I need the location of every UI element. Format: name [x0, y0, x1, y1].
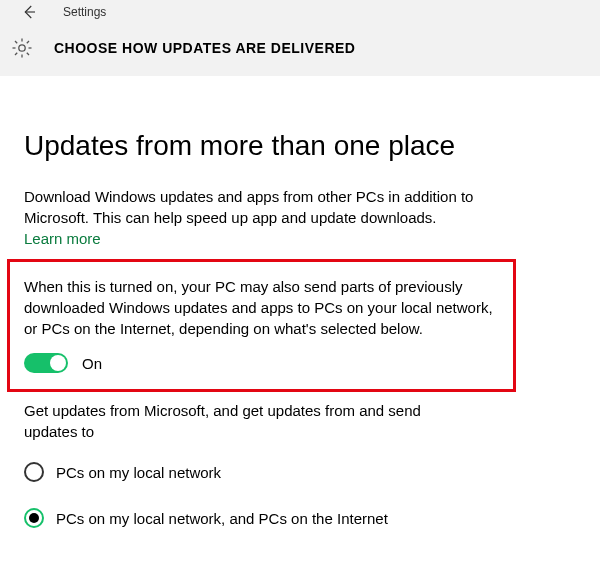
header-bar: Settings CHOOSE HOW UPDATES ARE DELIVERE… [0, 0, 600, 76]
radio-option-internet[interactable]: PCs on my local network, and PCs on the … [24, 508, 576, 528]
page-header-title: CHOOSE HOW UPDATES ARE DELIVERED [54, 40, 355, 56]
sub-description: Get updates from Microsoft, and get upda… [24, 400, 464, 442]
svg-line-6 [15, 41, 17, 43]
svg-line-9 [27, 41, 29, 43]
page-description: Download Windows updates and apps from o… [24, 186, 494, 228]
app-label: Settings [63, 5, 106, 19]
toggle-knob [50, 355, 66, 371]
toggle-row: On [24, 353, 499, 373]
updates-toggle[interactable] [24, 353, 68, 373]
page-title: Updates from more than one place [24, 130, 576, 162]
radio-label: PCs on my local network [56, 464, 221, 481]
content-area: Updates from more than one place Downloa… [0, 76, 600, 566]
highlight-box: When this is turned on, your PC may also… [7, 259, 516, 392]
svg-line-8 [15, 53, 17, 55]
learn-more-link[interactable]: Learn more [24, 230, 101, 247]
radio-label: PCs on my local network, and PCs on the … [56, 510, 388, 527]
header-main-row: CHOOSE HOW UPDATES ARE DELIVERED [0, 24, 600, 76]
header-top-row: Settings [0, 0, 600, 24]
toggle-label: On [82, 355, 102, 372]
radio-icon [24, 462, 44, 482]
svg-line-7 [27, 53, 29, 55]
back-icon[interactable] [20, 3, 38, 21]
svg-point-1 [19, 45, 25, 51]
radio-icon [24, 508, 44, 528]
highlight-text: When this is turned on, your PC may also… [24, 276, 499, 339]
gear-icon [10, 36, 34, 60]
radio-option-local[interactable]: PCs on my local network [24, 462, 576, 482]
